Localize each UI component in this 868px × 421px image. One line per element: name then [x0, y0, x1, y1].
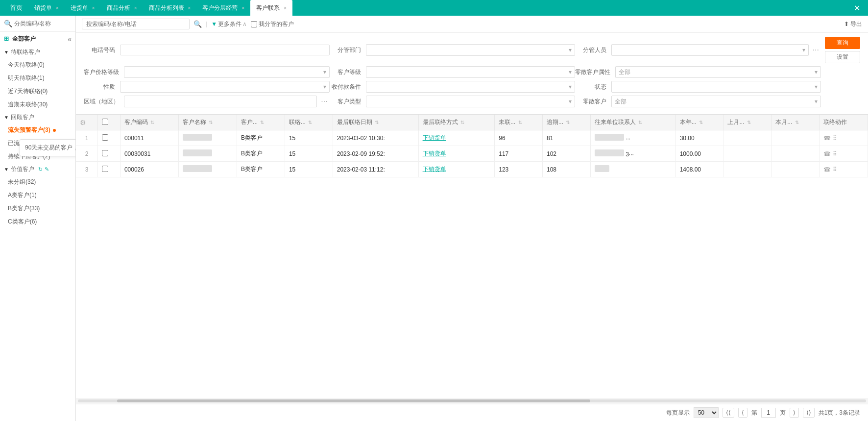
- nav-tab-customer-contact[interactable]: 客户联系 ×: [250, 0, 292, 16]
- row-method-link-1[interactable]: 下销货单: [423, 134, 446, 141]
- filter-retail-attr-select[interactable]: 全部 ▾: [615, 66, 821, 78]
- next-page-button[interactable]: ⟩: [790, 408, 799, 418]
- my-customers-checkbox-group[interactable]: 我分管的客户: [251, 20, 294, 28]
- action-phone-icon-1[interactable]: ☎: [823, 135, 831, 142]
- settings-button[interactable]: 设置: [825, 51, 860, 63]
- sort-contact-icon[interactable]: ⇅: [308, 120, 312, 125]
- close-purchase-icon[interactable]: ×: [92, 5, 95, 11]
- sort-this-month-icon[interactable]: ⇅: [795, 120, 799, 125]
- sidebar-item-7days[interactable]: 近7天待联络(0): [0, 85, 75, 98]
- action-phone-icon-2[interactable]: ☎: [823, 150, 831, 157]
- my-customers-checkbox[interactable]: [251, 21, 257, 27]
- row-select-2[interactable]: [102, 150, 108, 156]
- filter-person-dots[interactable]: ···: [811, 46, 821, 54]
- refresh-icon[interactable]: ↻: [38, 166, 43, 173]
- sort-no-contact-icon[interactable]: ⇅: [518, 120, 522, 125]
- filter-person-select[interactable]: ▾: [611, 44, 808, 56]
- action-phone-icon-3[interactable]: ☎: [823, 166, 831, 173]
- edit-icon[interactable]: ✎: [45, 166, 49, 173]
- sidebar-item-today[interactable]: 今天待联络(0): [0, 58, 75, 72]
- action-more-icon-1[interactable]: ⠿: [833, 135, 837, 142]
- filter-gender-select[interactable]: ▾: [120, 81, 330, 93]
- row-no-contact-3: 123: [495, 162, 543, 177]
- sidebar-item-class-a[interactable]: A类客户(1): [0, 189, 75, 202]
- sort-contact-person-icon[interactable]: ⇅: [638, 120, 642, 125]
- nav-tab-sales[interactable]: 销货单 ×: [28, 0, 65, 16]
- query-button[interactable]: 查询: [825, 37, 860, 49]
- filter-area-select[interactable]: [124, 96, 317, 107]
- filter-area-dots[interactable]: ···: [319, 97, 329, 106]
- action-more-icon-3[interactable]: ⠿: [833, 166, 837, 173]
- filter-dept-select[interactable]: ▾: [366, 44, 576, 56]
- scrollbar-thumb[interactable]: [117, 399, 590, 402]
- sort-last-month-icon[interactable]: ⇅: [747, 120, 751, 125]
- filter-customer-grade-select[interactable]: ▾: [366, 66, 576, 78]
- per-page-select[interactable]: 50 20 100: [694, 407, 719, 418]
- filter-status-select[interactable]: ▾: [611, 81, 821, 93]
- sidebar-all-customers[interactable]: ⊞ 全部客户 «: [0, 32, 75, 46]
- filter-retail-attr-field: 零散客户属性 全部 ▾: [575, 66, 821, 78]
- content-area: 🔍 | ▼ 更多条件 ∧ 我分管的客户 ⬆ 导出 电话号码: [76, 16, 868, 421]
- filter-phone-input[interactable]: [120, 45, 330, 55]
- filter-status-field: 状态 ▾: [575, 81, 821, 93]
- window-close-button[interactable]: ✕: [850, 3, 864, 13]
- sort-name-icon[interactable]: ⇅: [209, 120, 213, 125]
- sidebar-search-input[interactable]: [14, 20, 76, 27]
- filter-row-4: 区域（地区） ··· 客户类型 ▾ 零散客户 全部 ▾: [84, 96, 860, 107]
- row-method-link-3[interactable]: 下销货单: [423, 166, 446, 173]
- filter-customer-grade-label: 客户等级: [330, 68, 364, 76]
- filter-payment-select[interactable]: ▾: [366, 81, 576, 93]
- sidebar-all-customers-label: ⊞ 全部客户: [4, 35, 36, 43]
- column-settings-icon[interactable]: ⚙: [80, 119, 86, 126]
- sort-last-date-icon[interactable]: ⇅: [375, 120, 379, 125]
- close-sales-icon[interactable]: ×: [56, 5, 59, 11]
- sidebar-group-pending[interactable]: ▼ 待联络客户: [0, 46, 75, 58]
- select-all-checkbox[interactable]: [102, 119, 108, 125]
- prev-page-button[interactable]: ⟨: [738, 408, 747, 418]
- action-more-icon-2[interactable]: ⠿: [833, 150, 837, 157]
- sidebar-item-ungroup[interactable]: 未分组(32): [0, 175, 75, 189]
- close-analysis-list-icon[interactable]: ×: [188, 5, 191, 11]
- sidebar-collapse-icon[interactable]: «: [68, 35, 72, 43]
- horizontal-scrollbar[interactable]: [76, 398, 868, 404]
- sort-this-year-icon[interactable]: ⇅: [699, 120, 703, 125]
- sort-last-method-icon[interactable]: ⇅: [460, 120, 464, 125]
- nav-tab-analysis-list[interactable]: 商品分析列表 ×: [143, 0, 197, 16]
- last-page-button[interactable]: ⟩⟩: [803, 408, 815, 418]
- nav-tab-analysis[interactable]: 商品分析 ×: [101, 0, 143, 16]
- filter-search-button[interactable]: 🔍: [193, 20, 202, 28]
- filter-retail-customer-select[interactable]: 全部 ▾: [611, 96, 821, 107]
- sort-overdue-icon[interactable]: ⇅: [566, 120, 570, 125]
- filter-customer-type-select[interactable]: ▾: [366, 96, 576, 107]
- th-code: 客户编码 ⇅: [120, 115, 178, 130]
- filter-search-input[interactable]: [82, 19, 190, 29]
- nav-tab-customer-layer[interactable]: 客户分层经营 ×: [196, 0, 250, 16]
- sidebar-item-class-c[interactable]: C类客户(6): [0, 215, 75, 228]
- table-row: 3 000026 B类客户 15 2023-02-03 11:12: 下销货单 …: [76, 162, 868, 177]
- close-customer-contact-icon[interactable]: ×: [284, 5, 287, 11]
- close-customer-layer-icon[interactable]: ×: [241, 5, 244, 11]
- sidebar-item-tomorrow[interactable]: 明天待联络(1): [0, 72, 75, 85]
- row-select-1[interactable]: [102, 134, 108, 141]
- filter-retail-customer-field: 零散客户 全部 ▾: [575, 96, 821, 107]
- row-name-2: [179, 146, 237, 162]
- sort-type-icon[interactable]: ⇅: [260, 120, 264, 125]
- filter-more-conditions-button[interactable]: ▼ 更多条件 ∧: [211, 20, 247, 28]
- nav-tab-purchase[interactable]: 进货单 ×: [65, 0, 101, 16]
- row-method-link-2[interactable]: 下销货单: [423, 150, 446, 157]
- row-actions-2: ☎ ⠿: [820, 146, 868, 162]
- sidebar-item-class-b[interactable]: B类客户(33): [0, 202, 75, 215]
- first-page-button[interactable]: ⟨⟨: [723, 408, 734, 418]
- sidebar-item-churn-warning[interactable]: 流失预警客户(3): [0, 124, 75, 137]
- page-number-input[interactable]: [761, 408, 776, 418]
- row-name-1: [179, 130, 237, 146]
- close-analysis-icon[interactable]: ×: [134, 5, 137, 11]
- sort-code-icon[interactable]: ⇅: [150, 120, 154, 125]
- row-select-3[interactable]: [102, 166, 108, 172]
- sidebar-group-review[interactable]: ▼ 回顾客户: [0, 111, 75, 124]
- filter-price-grade-select[interactable]: ▾: [124, 66, 330, 78]
- sidebar-group-value[interactable]: ▼ 价值客户 ↻ ✎: [0, 163, 75, 175]
- nav-home[interactable]: 首页: [4, 3, 28, 12]
- export-button[interactable]: ⬆ 导出: [844, 20, 862, 28]
- sidebar-item-overdue-contact[interactable]: 逾期未联络(30): [0, 98, 75, 111]
